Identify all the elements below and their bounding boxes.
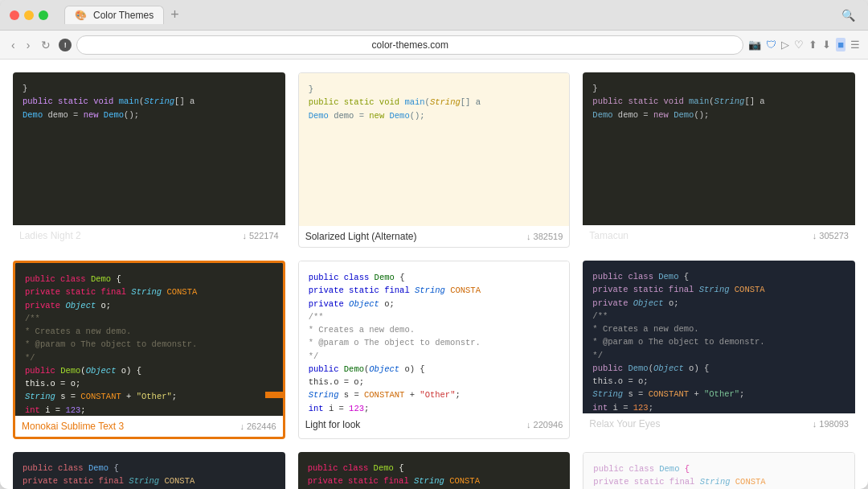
url-text: color-themes.com [372,39,448,51]
search-icon[interactable]: 🔍 [841,9,855,22]
code-preview: public class Demo { private static final… [583,261,855,413]
extension-icon[interactable]: ■ [836,38,845,51]
code-preview: } public static void main(String[] a Dem… [13,72,285,225]
tab-title: Color Themes [93,10,154,21]
nav-icons: 📷 🛡 ▷ ♡ ⬆ ⬇ ■ ☰ [748,38,860,51]
code-preview: } public static void main(String[] a Dem… [299,73,570,226]
traffic-lights [10,10,48,20]
play-icon[interactable]: ▷ [781,39,789,51]
theme-label: Solarized Light (Alternate) ↓ 382519 [299,226,570,247]
back-button[interactable]: ‹ [8,37,18,53]
download-count: ↓ 198093 [813,419,849,429]
selection-arrow [265,385,285,408]
theme-name: Ladies Night 2 [19,230,81,241]
download-icon[interactable]: ⬇ [822,39,831,51]
title-bar: 🎨 Color Themes + 🔍 [0,0,868,31]
download-count: ↓ 382519 [526,232,563,241]
code-preview: } public static void main(String[] a Dem… [583,72,855,225]
download-count: ↓ 522174 [242,231,278,240]
forward-button[interactable]: › [23,37,34,53]
close-button[interactable] [10,10,19,20]
code-preview: public class Demo { private static final… [299,261,570,414]
theme-card-colorful[interactable]: public class Demo { private static final… [583,452,855,489]
theme-card-tamacun[interactable]: } public static void main(String[] a Dem… [583,72,855,248]
code-preview: public class Demo { private static final… [15,263,283,416]
theme-label: Tamacun ↓ 305273 [583,225,855,246]
theme-card-ladies-night-2[interactable]: } public static void main(String[] a Dem… [13,72,285,248]
code-preview: public class Demo { private static final… [13,452,285,489]
code-preview: public class Demo { private static final… [298,452,571,489]
tab-bar: 🎨 Color Themes + [64,6,835,24]
refresh-button[interactable]: ↻ [38,37,54,53]
minimize-button[interactable] [24,10,34,20]
shield-icon[interactable]: 🛡 [766,39,776,51]
theme-name: Relax Your Eyes [589,418,660,429]
tab-favicon: 🎨 [75,10,87,21]
browser-window: 🎨 Color Themes + 🔍 ‹ › ↻ ! color-themes.… [0,0,868,489]
menu-icon[interactable]: ☰ [850,39,860,51]
camera-icon[interactable]: 📷 [748,39,761,51]
active-tab[interactable]: 🎨 Color Themes [64,6,164,24]
theme-name: Light for look [305,419,361,430]
new-tab-button[interactable]: + [170,6,179,23]
maximize-button[interactable] [39,10,48,20]
heart-icon[interactable]: ♡ [794,39,804,51]
warning-icon: ! [59,39,72,51]
download-count: ↓ 305273 [813,231,849,240]
theme-name: Monokai Sublime Text 3 [22,421,124,432]
svg-marker-0 [265,385,285,405]
download-count: ↓ 220946 [526,420,563,429]
share-icon[interactable]: ⬆ [809,39,817,51]
theme-card-solarized-light[interactable]: } public static void main(String[] a Dem… [298,72,571,248]
theme-label: Relax Your Eyes ↓ 198093 [583,413,855,434]
themes-grid: } public static void main(String[] a Dem… [13,72,855,489]
theme-card-relax-your-eyes[interactable]: public class Demo { private static final… [583,261,855,439]
theme-name: Tamacun [589,230,628,241]
url-bar[interactable]: color-themes.com [76,35,743,55]
content-area[interactable]: } public static void main(String[] a Dem… [0,60,868,489]
theme-label: Ladies Night 2 ↓ 522174 [13,225,285,246]
theme-card-monokai-2[interactable]: public class Demo { private static final… [298,452,571,489]
theme-card-light-for-look[interactable]: public class Demo { private static final… [298,261,571,439]
theme-card-monokai[interactable]: public class Demo { private static final… [13,261,285,439]
theme-label: Light for look ↓ 220946 [299,414,570,435]
download-count: ↓ 262446 [240,421,276,431]
theme-card-dark-one[interactable]: public class Demo { private static final… [13,452,285,489]
theme-label: Monokai Sublime Text 3 ↓ 262446 [15,416,283,437]
theme-name: Solarized Light (Alternate) [305,231,417,242]
code-preview: public class Demo { private static final… [583,453,854,489]
nav-bar: ‹ › ↻ ! color-themes.com 📷 🛡 ▷ ♡ ⬆ ⬇ ■ ☰ [0,31,868,60]
